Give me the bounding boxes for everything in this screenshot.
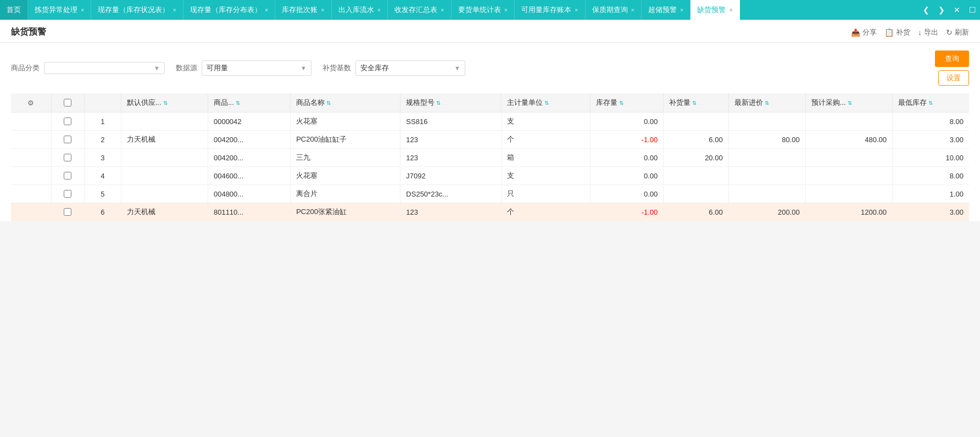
row-supplier-0 [121, 113, 208, 131]
tab-close-1[interactable]: × [81, 7, 84, 13]
settings-button[interactable]: 设置 [938, 70, 969, 86]
row-check-0[interactable] [51, 113, 84, 131]
row-est-purchase-1: 480.00 [805, 131, 892, 149]
th-unit[interactable]: 主计量单位 ⇅ [501, 93, 590, 113]
tab-restore-button[interactable]: ✕ [949, 0, 965, 20]
row-est-purchase-4 [805, 185, 892, 203]
tab-现存量库存分布表[interactable]: 现存量（库存分布表） × [183, 0, 275, 20]
tab-出入库流水[interactable]: 出入库流水 × [332, 0, 388, 20]
row-checkbox-4[interactable] [64, 190, 71, 198]
row-checkbox-3[interactable] [64, 172, 71, 180]
restock-button[interactable]: 📋 补货 [884, 27, 910, 37]
th-stock[interactable]: 库存量 ⇅ [590, 93, 663, 113]
row-est-purchase-3 [805, 167, 892, 185]
th-check[interactable] [51, 93, 84, 113]
row-restock-4 [664, 185, 728, 203]
query-settings-group: 查询 设置 [935, 51, 969, 86]
row-checkbox-2[interactable] [64, 154, 71, 161]
tab-maximize-button[interactable]: ☐ [965, 0, 980, 20]
row-stock-1: -1.00 [590, 131, 663, 149]
row-name-0: 火花塞 [291, 113, 400, 131]
row-unit-4: 只 [501, 185, 590, 203]
tab-首页[interactable]: 首页 [0, 0, 28, 20]
row-index-3: 4 [84, 167, 121, 185]
tab-保质期查询[interactable]: 保质期查询 × [586, 0, 642, 20]
tab-close-7[interactable]: × [504, 7, 508, 13]
row-latest-price-4 [728, 185, 805, 203]
row-code-1: 004200... [208, 131, 290, 149]
tab-close-11[interactable]: × [729, 7, 732, 13]
tab-超储预警[interactable]: 超储预警 × [642, 0, 691, 20]
gear-icon[interactable]: ⚙ [16, 99, 46, 107]
row-checkbox-1[interactable] [64, 136, 71, 143]
row-supplier-1: 力天机械 [121, 131, 208, 149]
row-code-5: 801110... [208, 203, 290, 221]
row-check-1[interactable] [51, 131, 84, 149]
restock-basis-label: 补货基数 [322, 63, 351, 73]
th-supplier[interactable]: 默认供应... ⇅ [121, 93, 208, 113]
refresh-icon: ↻ [946, 28, 953, 37]
tab-close-4[interactable]: × [321, 7, 324, 13]
row-min-stock-2: 10.00 [893, 149, 969, 167]
tab-可用量库存账本[interactable]: 可用量库存账本 × [515, 0, 585, 20]
share-button[interactable]: 📤 分享 [851, 27, 877, 37]
row-latest-price-0 [728, 113, 805, 131]
tab-prev-button[interactable]: ❮ [918, 0, 934, 20]
row-supplier-5: 力天机械 [121, 203, 208, 221]
th-code[interactable]: 商品... ⇅ [208, 93, 290, 113]
tab-close-5[interactable]: × [377, 7, 381, 13]
row-settings-0 [11, 113, 51, 131]
datasource-select[interactable]: 可用量 ▼ [202, 60, 311, 76]
tab-收发存汇总表[interactable]: 收发存汇总表 × [388, 0, 451, 20]
th-spec[interactable]: 规格型号 ⇅ [400, 93, 502, 113]
share-icon: 📤 [851, 28, 860, 37]
row-name-5: PC200张紧油缸 [291, 203, 400, 221]
tab-缺货预警[interactable]: 缺货预警 × [691, 0, 739, 20]
row-supplier-3 [121, 167, 208, 185]
refresh-button[interactable]: ↻ 刷新 [946, 27, 969, 37]
row-latest-price-3 [728, 167, 805, 185]
th-latest-price[interactable]: 最新进价 ⇅ [728, 93, 805, 113]
tab-close-8[interactable]: × [575, 7, 578, 13]
table-row: 1 0000042 火花塞 SS816 支 0.00 8.00 [11, 113, 969, 131]
tab-现存量库存状况表[interactable]: 现存量（库存状况表） × [91, 0, 183, 20]
row-check-3[interactable] [51, 167, 84, 185]
row-check-2[interactable] [51, 149, 84, 167]
data-table: ⚙ 默认供应... ⇅ [11, 93, 969, 221]
row-check-4[interactable] [51, 185, 84, 203]
row-restock-1: 6.00 [664, 131, 728, 149]
row-check-5[interactable] [51, 203, 84, 221]
th-name[interactable]: 商品名称 ⇅ [291, 93, 400, 113]
th-restock[interactable]: 补货量 ⇅ [664, 93, 728, 113]
row-checkbox-5[interactable] [64, 208, 71, 216]
tab-拣货异常处理[interactable]: 拣货异常处理 × [28, 0, 91, 20]
table-row: 5 004800... 离合片 DS250*23c... 只 0.00 1.00 [11, 185, 969, 203]
th-min-stock[interactable]: 最低库存 ⇅ [893, 93, 969, 113]
th-settings[interactable]: ⚙ [11, 93, 51, 113]
sort-icon-latest-price: ⇅ [765, 100, 769, 106]
row-settings-3 [11, 167, 51, 185]
row-checkbox-0[interactable] [64, 117, 71, 125]
tab-要货单统计表[interactable]: 要货单统计表 × [452, 0, 515, 20]
tab-close-6[interactable]: × [441, 7, 444, 13]
sort-icon-name: ⇅ [326, 100, 331, 106]
tab-close-2[interactable]: × [172, 7, 176, 13]
row-latest-price-1: 80.00 [728, 131, 805, 149]
row-unit-1: 个 [501, 131, 590, 149]
query-button[interactable]: 查询 [935, 51, 969, 67]
restock-basis-select[interactable]: 安全库存 ▼ [355, 60, 465, 76]
row-min-stock-1: 3.00 [893, 131, 969, 149]
th-est-purchase[interactable]: 预计采购... ⇅ [805, 93, 892, 113]
export-button[interactable]: ↓ 导出 [918, 27, 938, 37]
tab-close-10[interactable]: × [680, 7, 683, 13]
tab-next-button[interactable]: ❯ [934, 0, 949, 20]
sort-icon-est-purchase: ⇅ [848, 100, 852, 106]
tab-close-9[interactable]: × [631, 7, 634, 13]
select-all-checkbox[interactable] [64, 99, 71, 107]
row-index-5: 6 [84, 203, 121, 221]
datasource-label: 数据源 [176, 63, 197, 73]
sort-icon-unit: ⇅ [544, 100, 549, 106]
category-select[interactable]: ▼ [44, 62, 165, 74]
tab-close-3[interactable]: × [265, 7, 268, 13]
tab-库存批次账[interactable]: 库存批次账 × [275, 0, 331, 20]
